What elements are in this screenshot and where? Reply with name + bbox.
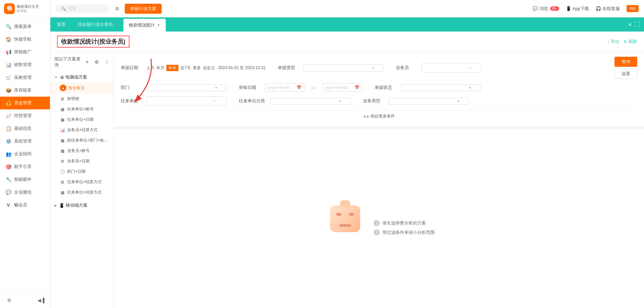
sidebar-logo: 畅 畅捷通好生意 标准版 xyxy=(0,0,50,17)
staff-more-icon[interactable]: ··· xyxy=(468,65,472,71)
date-this-month[interactable]: 本月 xyxy=(156,65,164,71)
nav-wechat[interactable]: 💬 企业微信 xyxy=(0,186,50,199)
nav-member[interactable]: V 畅会员 xyxy=(0,199,50,211)
biz-type-select[interactable]: ▾ xyxy=(388,98,469,105)
scheme-item-unit-settle1[interactable]: ⊞ 往来单位+结算方式 xyxy=(50,177,114,187)
header-right: 💬 消息 99+ 📱 App下载 🎧 在线客服 Rit xyxy=(533,5,639,12)
scheme-item-unit-settle2[interactable]: ▦ 往来单位+结算方式 xyxy=(50,187,114,198)
header-settings-icon[interactable]: ⚙ xyxy=(113,5,121,12)
scheme-item-staff-date[interactable]: ⚙ 业务员+日期 xyxy=(50,156,114,166)
unit-cat-select[interactable]: ▾ xyxy=(270,98,351,105)
date-7days[interactable]: 近7天 xyxy=(180,65,191,71)
scheme-item-dept-date[interactable]: 🕐 部门+日期 xyxy=(50,166,114,177)
user-avatar[interactable]: Rit xyxy=(627,5,639,12)
nav-quick[interactable]: 🏠 快捷导航 xyxy=(0,33,50,46)
nav-marketing[interactable]: 📢 营销推广 xyxy=(0,46,50,58)
scheme-unit-date-label: 往来单位+日期 xyxy=(67,117,94,122)
sidebar-footer: ⚙ ◀▐ xyxy=(0,292,50,308)
nav-sales[interactable]: 📊 销售管理 xyxy=(0,58,50,71)
staff-select[interactable]: ··· xyxy=(421,63,482,72)
nav-purchase[interactable]: 🛒 采购管理 xyxy=(0,71,50,84)
mobile-scheme-label: 移动端方案 xyxy=(66,202,88,208)
date-custom[interactable]: 自定义 xyxy=(203,65,215,71)
message-action[interactable]: 💬 消息 99+ xyxy=(533,6,559,12)
nav-system-label: 系统管理 xyxy=(14,138,32,144)
nav-inventory[interactable]: 📦 库存核算 xyxy=(0,84,50,97)
export-button[interactable]: ↑ 导出 xyxy=(607,39,620,45)
nav-search[interactable]: 🔍 搜索菜单 xyxy=(0,20,50,33)
footer-settings-icon[interactable]: ⚙ xyxy=(5,297,13,304)
nav-finance[interactable]: 💰 资金管理 xyxy=(0,97,50,109)
tab-maximize-icon[interactable]: ⛶ xyxy=(635,21,640,28)
status-select[interactable]: ▾ xyxy=(400,84,481,91)
tab-receipt-close[interactable]: ✕ xyxy=(157,23,160,28)
scheme-group-desktop: ▼ 🖥 电脑端方案 ● 按业务员 ⊞ 按明细 ▦ xyxy=(50,71,114,199)
scheme-item-by-detail[interactable]: ⊞ 按明细 xyxy=(50,94,114,104)
trial-button[interactable]: 体验行业方案 xyxy=(125,4,162,14)
message-label: 消息 xyxy=(539,6,548,12)
logo-text: 畅捷通好生意 标准版 xyxy=(17,4,39,13)
header-search[interactable]: 🔍 搜索 xyxy=(56,4,109,13)
scheme-item-staff-account[interactable]: ▦ 业务员+账号 xyxy=(50,146,114,156)
type-select[interactable]: ▾ xyxy=(303,64,384,71)
collapse-chevron-icon: ∧∧ xyxy=(363,114,369,119)
desktop-scheme-icon: 🖥 xyxy=(60,75,64,80)
detail-icon: ⊞ xyxy=(60,96,65,102)
nav-corp[interactable]: 👥 企业协同 xyxy=(0,148,50,160)
refresh-button[interactable]: ↻ 刷新 xyxy=(624,39,637,45)
audit-date-divider: — xyxy=(310,85,317,90)
nav-hardware[interactable]: 🔧 智能硬件 xyxy=(0,173,50,186)
date-last-month[interactable]: 上月 xyxy=(146,65,154,71)
scheme-settings-icon[interactable]: ⚙ xyxy=(93,58,100,66)
filter-row-3: 往来单位 ··· 往来单位分类 ▾ 业务类型 xyxy=(121,96,637,106)
scheme-group-desktop-title[interactable]: ▼ 🖥 电脑端方案 xyxy=(50,72,114,82)
tab-close-all-icon[interactable]: ✕ xyxy=(628,21,632,28)
date-this-year[interactable]: 本年 xyxy=(166,65,178,71)
empty-tips: 1 请先选择要分析的方案 2 用过滤条件来缩小分析范围 xyxy=(374,220,435,239)
tab-bank[interactable]: 现金银行流水查询 ✕ xyxy=(72,17,123,32)
chart-icon: 📊 xyxy=(60,127,65,133)
page-actions: ↑ 导出 ↻ 刷新 xyxy=(607,39,638,45)
scheme-item-by-staff[interactable]: ● 按业务员 xyxy=(50,82,114,94)
query-button[interactable]: 查询 xyxy=(614,57,637,67)
filter-row-1: 单据日期 上月 本月 本年 近7天 更多 自定义 2023-01-01 至 xyxy=(121,57,637,79)
scheme-group-mobile-title[interactable]: ▶ 📱 移动端方案 xyxy=(50,200,114,210)
message-badge: 99+ xyxy=(550,6,559,11)
tab-receipt[interactable]: 收款情况统计 ✕ xyxy=(123,19,166,32)
nav-system[interactable]: ⚙️ 系统管理 xyxy=(0,135,50,148)
settings-icon-2: ⚙ xyxy=(60,159,65,164)
online-service-action[interactable]: 🎧 在线客服 xyxy=(596,6,620,12)
scheme-item-staff-settle[interactable]: 📊 业务员+结算方式 xyxy=(50,125,114,135)
nav-basic[interactable]: 📋 基础信息 xyxy=(0,122,50,135)
scheme-item-unit-account[interactable]: ▦ 往来单位+账号 xyxy=(50,104,114,114)
tip-num-2: 2 xyxy=(374,229,380,236)
collapse-filter-btn[interactable]: ∧∧ 收起更多条件 xyxy=(121,110,637,122)
top-header: 🔍 搜索 ⚙ 体验行业方案 💬 消息 99+ 📱 App下载 🎧 在线客服 Ri… xyxy=(50,0,644,17)
audit-date-to[interactable]: yyyy-mm-dd 📅 xyxy=(322,84,363,92)
scheme-item-unit-date[interactable]: ▦ 往来单位+日期 xyxy=(50,114,114,125)
app-download-action[interactable]: 📱 App下载 xyxy=(566,6,589,12)
add-scheme-icon[interactable]: + xyxy=(84,58,91,66)
search-icon: 🔍 xyxy=(61,6,66,11)
calendar-icon-1[interactable]: 📅 xyxy=(297,85,302,90)
tab-bank-close[interactable]: ✕ xyxy=(115,22,118,27)
nav-search-label: 搜索菜单 xyxy=(14,23,32,30)
nav-guide[interactable]: 🎯 新手引导 xyxy=(0,160,50,173)
date-more[interactable]: 更多 xyxy=(193,65,201,71)
tab-home[interactable]: 首页 xyxy=(50,17,72,32)
audit-date-from[interactable]: yyyy-mm-dd 📅 xyxy=(264,84,305,92)
tab-receipt-label: 收款情况统计 xyxy=(129,22,155,28)
settings-button[interactable]: 设置 xyxy=(614,69,637,79)
dept-select[interactable]: ▾ xyxy=(146,84,227,91)
scheme-collapse-icon[interactable]: 《 xyxy=(102,58,110,66)
sidebar: 畅 畅捷通好生意 标准版 🔍 搜索菜单 🏠 快捷导航 📢 营销推广 📊 销售管理… xyxy=(0,0,50,308)
nav-operation[interactable]: 📈 经营管理 xyxy=(0,109,50,122)
nav-marketing-label: 营销推广 xyxy=(14,49,32,55)
calendar-icon-2[interactable]: 📅 xyxy=(355,85,360,90)
unit-select[interactable]: ··· xyxy=(146,96,227,106)
service-icon: 🎧 xyxy=(596,6,601,11)
scheme-item-unit-dept[interactable]: ▦ 按往来单位+部门+收... xyxy=(50,135,114,146)
unit-more-icon[interactable]: ··· xyxy=(213,98,217,104)
footer-collapse-icon[interactable]: ◀▐ xyxy=(37,297,45,304)
filter-area: 单据日期 上月 本月 本年 近7天 更多 自定义 2023-01-01 至 xyxy=(114,52,644,126)
